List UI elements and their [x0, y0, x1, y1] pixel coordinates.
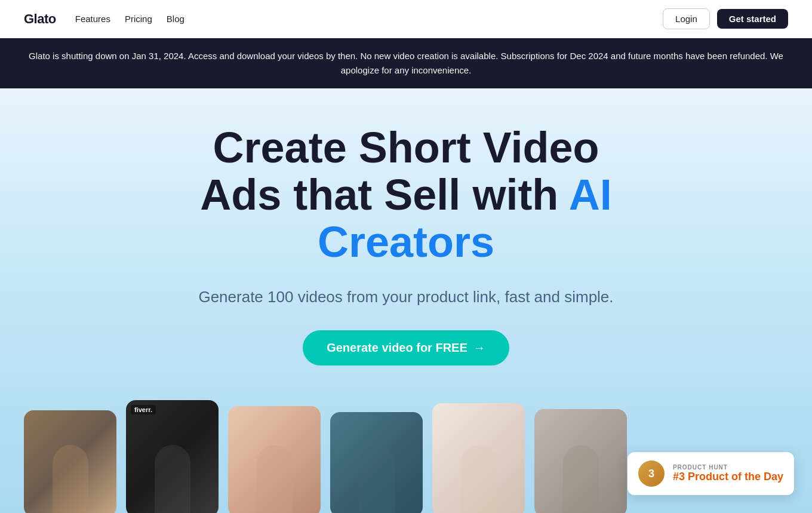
video-thumb-4	[330, 412, 423, 513]
ph-text: PRODUCT HUNT #3 Product of the Day	[673, 464, 783, 483]
hero-subtitle: Generate 100 videos from your product li…	[198, 285, 613, 309]
video-thumb-3	[228, 406, 321, 513]
nav-link-pricing[interactable]: Pricing	[125, 14, 152, 24]
navbar: Glato Features Pricing Blog Login Get st…	[0, 0, 812, 38]
ph-label: PRODUCT HUNT	[673, 464, 783, 471]
login-button[interactable]: Login	[663, 8, 710, 29]
video-thumb-5	[432, 403, 525, 513]
nav-right: Login Get started	[663, 8, 788, 29]
video-thumb-1	[24, 410, 116, 513]
cta-label: Generate video for FREE	[327, 341, 467, 355]
video-thumb-6	[534, 409, 627, 513]
announcement-text: Glato is shutting down on Jan 31, 2024. …	[29, 51, 783, 75]
hero-title-highlight: AI	[569, 171, 612, 219]
hero-section: Create Short Video Ads that Sell with AI…	[0, 88, 812, 513]
hero-title-line2: Ads that Sell with	[200, 171, 568, 219]
get-started-button[interactable]: Get started	[717, 9, 788, 29]
ph-rank: #3 Product of the Day	[673, 471, 783, 483]
nav-links: Features Pricing Blog	[75, 14, 184, 24]
nav-link-features[interactable]: Features	[75, 14, 110, 24]
ph-medal: 3	[638, 460, 665, 487]
hero-title: Create Short Video Ads that Sell with AI…	[200, 124, 611, 266]
video-thumb-2: fiverr.	[126, 400, 219, 513]
product-hunt-badge[interactable]: 3 PRODUCT HUNT #3 Product of the Day	[628, 452, 794, 495]
hero-title-line3: Creators	[318, 218, 494, 266]
hero-title-line1: Create Short Video	[213, 124, 599, 171]
arrow-icon: →	[473, 341, 485, 355]
nav-link-blog[interactable]: Blog	[167, 14, 184, 24]
cta-button[interactable]: Generate video for FREE →	[303, 330, 509, 365]
logo: Glato	[24, 11, 56, 27]
announcement-banner: Glato is shutting down on Jan 31, 2024. …	[0, 38, 812, 88]
nav-left: Glato Features Pricing Blog	[24, 11, 184, 27]
ph-medal-number: 3	[648, 468, 654, 480]
